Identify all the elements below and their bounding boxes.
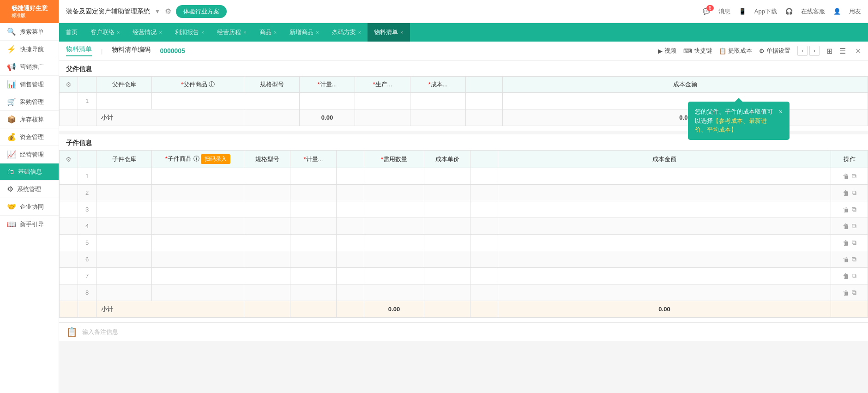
child-row-1-delete-icon[interactable]: 🗑 <box>843 173 849 180</box>
child-row-7-spec[interactable] <box>244 268 290 284</box>
list-view-icon[interactable]: ☰ <box>839 47 846 55</box>
child-row-2-needed-qty[interactable] <box>364 185 424 201</box>
child-row-2-warehouse[interactable] <box>96 185 152 201</box>
child-row-4-copy-icon[interactable]: ⧉ <box>852 222 856 230</box>
parent-col-settings-icon[interactable]: ⚙ <box>66 81 72 88</box>
child-row-1-cost-price[interactable] <box>424 168 470 185</box>
child-row-3-spec[interactable] <box>244 201 290 218</box>
child-row-5-copy-icon[interactable]: ⧉ <box>852 239 856 247</box>
child-row-7-needed-qty[interactable] <box>364 268 424 284</box>
child-row-8-copy-icon[interactable]: ⧉ <box>852 289 856 296</box>
child-row-7-cost-price[interactable] <box>424 268 470 284</box>
sidebar-item-finance[interactable]: 💰 资金管理 <box>0 128 59 146</box>
shortcut-action[interactable]: ⌨ 快捷键 <box>683 47 712 55</box>
child-row-6-qty[interactable] <box>290 251 337 268</box>
child-row-4-goods[interactable] <box>152 218 244 235</box>
child-row-8-warehouse[interactable] <box>96 284 152 301</box>
trial-button[interactable]: 体验行业方案 <box>176 5 227 18</box>
online-service-label[interactable]: 在线客服 <box>801 7 825 16</box>
child-row-1-warehouse[interactable] <box>96 168 152 185</box>
sidebar-item-enterprise[interactable]: 🤝 企业协同 <box>0 198 59 216</box>
child-row-5-qty[interactable] <box>290 235 337 251</box>
child-row-5-goods[interactable] <box>152 235 244 251</box>
child-row-8-qty[interactable] <box>290 284 337 301</box>
child-row-5-needed-qty[interactable] <box>364 235 424 251</box>
tab-goods[interactable]: 商品 × <box>253 23 283 42</box>
sub-tab-bom-code[interactable]: 物料清单编码 <box>112 46 151 56</box>
tab-barcode[interactable]: 条码方案 × <box>326 23 368 42</box>
tab-home[interactable]: 首页 <box>59 23 84 42</box>
parent-row-1-goods[interactable] <box>152 93 244 109</box>
tab-customer[interactable]: 客户联络 × <box>84 23 126 42</box>
child-row-3-cost-price[interactable] <box>424 201 470 218</box>
child-row-8-cost-price[interactable] <box>424 284 470 301</box>
child-row-2-qty[interactable] <box>290 185 337 201</box>
child-row-3-delete-icon[interactable]: 🗑 <box>843 206 849 213</box>
tab-customer-close[interactable]: × <box>117 30 120 35</box>
child-row-1-copy-icon[interactable]: ⧉ <box>852 172 856 180</box>
sidebar-item-basic-info[interactable]: 🗂 基础信息 <box>0 163 59 181</box>
child-row-3-goods[interactable] <box>152 201 244 218</box>
parent-row-1-qty[interactable] <box>300 93 355 109</box>
child-row-4-delete-icon[interactable]: 🗑 <box>843 223 849 230</box>
tooltip-close-button[interactable]: × <box>779 107 783 117</box>
child-row-2-spec[interactable] <box>244 185 290 201</box>
child-row-4-warehouse[interactable] <box>96 218 152 235</box>
child-col-settings-icon[interactable]: ⚙ <box>66 156 72 163</box>
tab-new-goods-close[interactable]: × <box>316 30 319 35</box>
child-row-2-cost-price[interactable] <box>424 185 470 201</box>
tab-new-goods[interactable]: 新增商品 × <box>283 23 325 42</box>
child-row-5-spec[interactable] <box>244 235 290 251</box>
child-row-1-needed-qty[interactable] <box>364 168 424 185</box>
sidebar-item-quick-nav[interactable]: ⚡ 快捷导航 <box>0 41 59 58</box>
tab-business-close[interactable]: × <box>159 30 162 35</box>
page-close-button[interactable]: ✕ <box>855 47 861 55</box>
child-row-3-copy-icon[interactable]: ⧉ <box>852 206 856 213</box>
sub-tab-bom[interactable]: 物料清单 <box>66 45 92 56</box>
child-row-5-warehouse[interactable] <box>96 235 152 251</box>
child-row-8-needed-qty[interactable] <box>364 284 424 301</box>
grid-view-icon[interactable]: ⊞ <box>826 47 832 55</box>
child-row-8-spec[interactable] <box>244 284 290 301</box>
child-row-4-cost-price[interactable] <box>424 218 470 235</box>
child-row-8-delete-icon[interactable]: 🗑 <box>843 289 849 296</box>
system-dropdown-icon[interactable]: ▼ <box>155 8 160 15</box>
child-row-7-warehouse[interactable] <box>96 268 152 284</box>
sidebar-item-search[interactable]: 🔍 搜索菜单 <box>0 23 59 41</box>
tab-barcode-close[interactable]: × <box>358 30 361 35</box>
child-row-6-delete-icon[interactable]: 🗑 <box>843 256 849 263</box>
parent-row-1-produce[interactable] <box>355 93 410 109</box>
user-label[interactable]: 用友 <box>849 7 861 16</box>
parent-row-1-warehouse[interactable] <box>96 93 152 109</box>
child-row-1-spec[interactable] <box>244 168 290 185</box>
tab-goods-close[interactable]: × <box>274 30 277 35</box>
extract-cost-action[interactable]: 📋 提取成本 <box>719 47 752 55</box>
child-row-1-qty[interactable] <box>290 168 337 185</box>
child-row-4-qty[interactable] <box>290 218 337 235</box>
child-row-3-qty[interactable] <box>290 201 337 218</box>
sidebar-item-sales[interactable]: 📊 销售管理 <box>0 76 59 93</box>
child-row-7-copy-icon[interactable]: ⧉ <box>852 272 856 280</box>
parent-row-1-cost[interactable] <box>410 93 466 109</box>
sidebar-item-guide[interactable]: 📖 新手引导 <box>0 216 59 233</box>
child-row-8-goods[interactable] <box>152 284 244 301</box>
sidebar-item-business[interactable]: 📈 经营管理 <box>0 146 59 163</box>
parent-row-1-spec[interactable] <box>244 93 300 109</box>
sidebar-item-marketing[interactable]: 📢 营销推广 <box>0 58 59 76</box>
next-arrow[interactable]: › <box>809 46 820 56</box>
tab-history-close[interactable]: × <box>243 30 246 35</box>
child-row-3-needed-qty[interactable] <box>364 201 424 218</box>
settings-icon[interactable]: ⚙ <box>165 7 171 16</box>
tab-bom[interactable]: 物料清单 × <box>368 23 410 42</box>
scan-button[interactable]: 扫码录入 <box>201 154 230 164</box>
single-settings-action[interactable]: ⚙ 单据设置 <box>759 47 790 55</box>
child-row-6-cost-price[interactable] <box>424 251 470 268</box>
sidebar-item-system[interactable]: ⚙ 系统管理 <box>0 181 59 198</box>
note-text[interactable]: 输入备注信息 <box>82 328 118 336</box>
app-download-label[interactable]: App下载 <box>754 7 777 16</box>
child-row-1-goods[interactable] <box>152 168 244 185</box>
view-action[interactable]: ▶ 视频 <box>658 47 676 55</box>
child-row-6-spec[interactable] <box>244 251 290 268</box>
tab-profit[interactable]: 利润报告 × <box>169 23 211 42</box>
tab-business[interactable]: 经营情况 × <box>126 23 168 42</box>
